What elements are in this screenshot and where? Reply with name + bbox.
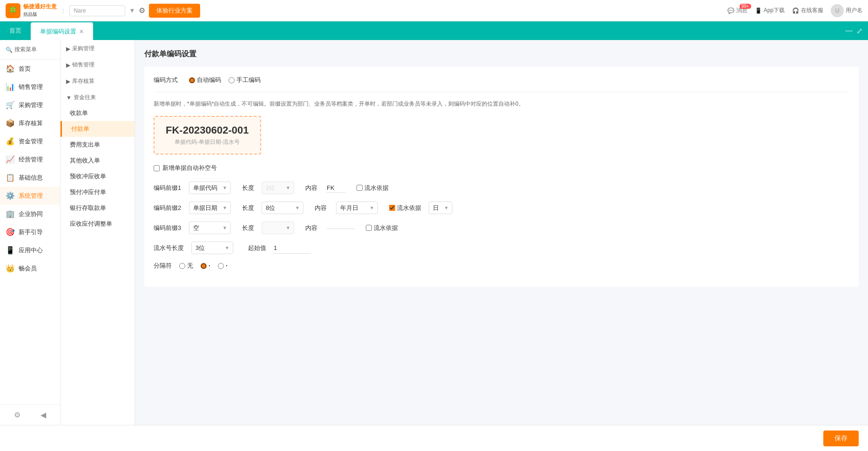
- sidebar-item-business[interactable]: 📈 经营管理: [0, 150, 60, 168]
- base-icon: 📋: [6, 173, 15, 182]
- save-button[interactable]: 保存: [823, 431, 859, 446]
- sidebar-item-purchase[interactable]: 🛒 采购管理: [0, 96, 60, 114]
- sidebar-item-member[interactable]: 👑 畅会员: [0, 259, 60, 277]
- watermark3-checkbox-label[interactable]: 流水依据: [366, 224, 398, 232]
- sub-group-purchase-toggle[interactable]: ▶ 采购管理: [61, 40, 135, 56]
- guide-icon: 🎯: [6, 228, 15, 236]
- user-item[interactable]: U 用户名: [831, 4, 862, 17]
- sidebar-item-guide[interactable]: 🎯 新手引导: [0, 223, 60, 241]
- serial-length-select[interactable]: 3位 4位 5位 6位: [191, 242, 233, 254]
- prefix2-select[interactable]: 单据日期: [189, 202, 231, 214]
- separator-label: 分隔符: [154, 262, 172, 270]
- serial-start-label: 起始值: [248, 244, 266, 252]
- auto-encode-radio[interactable]: [189, 77, 195, 83]
- prefix1-select[interactable]: 单据代码: [189, 182, 231, 194]
- main-card: 编码方式 自动编码 手工编码 新增单据时，*单据编码*自动生成，不可编辑。前缀设…: [144, 67, 859, 287]
- encoding-method-label: 编码方式: [154, 76, 178, 84]
- sidebar-item-sales[interactable]: 📊 销售管理: [0, 78, 60, 96]
- sep-dot2-option[interactable]: ·: [218, 262, 228, 269]
- sidebar-item-home[interactable]: 🏠 首页: [0, 60, 60, 78]
- sidebar-item-base[interactable]: 📋 基础信息: [0, 168, 60, 187]
- sub-item-payment[interactable]: 付款单: [61, 121, 135, 137]
- sep-dot1-option[interactable]: ·: [201, 262, 210, 269]
- length2-label: 长度: [242, 204, 254, 212]
- day-select[interactable]: 日 月 年: [429, 202, 452, 214]
- topbar-divider: |: [62, 7, 64, 14]
- settings-footer-button[interactable]: ⚙: [12, 409, 22, 421]
- business-icon: 📈: [6, 155, 15, 164]
- sep-none-option[interactable]: 无: [179, 262, 193, 270]
- manual-encode-option[interactable]: 手工编码: [229, 76, 261, 84]
- sub-item-prepay-ap[interactable]: 预付冲应付单: [61, 184, 135, 200]
- navtabs: 首页 单据编码设置 ✕ — ⤢: [0, 21, 868, 40]
- sub-group-sales-toggle[interactable]: ▶ 销售管理: [61, 56, 135, 73]
- watermark3-checkbox[interactable]: [366, 225, 372, 231]
- sep-none-radio[interactable]: [179, 263, 185, 269]
- collapse-sidebar-button[interactable]: ◀: [39, 409, 48, 421]
- service-item[interactable]: 🎧 在线客服: [792, 7, 823, 14]
- apps-icon: 📱: [6, 246, 15, 255]
- prefix3-select-wrapper: 空 ▼: [189, 222, 231, 234]
- length1-wrapper: 2位 ▼: [262, 182, 294, 194]
- length1-label: 长度: [242, 184, 254, 192]
- home-icon: 🏠: [6, 64, 15, 73]
- serial-length-label: 流水号长度: [154, 244, 184, 252]
- chevron-right-icon3: ▶: [66, 78, 70, 85]
- sub-item-receipt[interactable]: 收款单: [61, 105, 135, 121]
- sidebar-item-inventory[interactable]: 📦 库存核算: [0, 114, 60, 132]
- auto-pad-label[interactable]: 新增单据自动补空号: [162, 164, 217, 172]
- search-menu-button[interactable]: 🔍 搜索菜单: [4, 44, 56, 55]
- sidebar-item-corp[interactable]: 🏢 企业协同: [0, 205, 60, 223]
- encoding-method-row: 编码方式 自动编码 手工编码: [154, 76, 849, 92]
- tab-home[interactable]: 首页: [0, 21, 31, 40]
- info-text: 新增单据时，*单据编码*自动生成，不可编辑。前缀设置为部门、业务员等档案类，开单…: [154, 100, 849, 108]
- corp-icon: 🏢: [6, 209, 15, 218]
- sales-icon: 📊: [6, 82, 15, 91]
- sub-item-prepay-ar[interactable]: 预收冲应收单: [61, 168, 135, 184]
- encoding-radio-group: 自动编码 手工编码: [189, 76, 261, 84]
- sidebar-item-apps[interactable]: 📱 应用中心: [0, 241, 60, 259]
- length3-select: [262, 222, 294, 234]
- sub-item-bank[interactable]: 银行存取款单: [61, 200, 135, 216]
- maximize-icon[interactable]: ⤢: [856, 27, 862, 35]
- auto-encode-option[interactable]: 自动编码: [189, 76, 221, 84]
- auto-pad-checkbox[interactable]: [154, 165, 160, 171]
- gear-icon[interactable]: ⚙: [139, 6, 145, 15]
- manual-encode-radio[interactable]: [229, 77, 235, 83]
- message-item[interactable]: 💬 消息 99+: [727, 7, 747, 14]
- prefix3-select[interactable]: 空: [189, 222, 231, 234]
- watermark1-checkbox-label[interactable]: 流水依据: [357, 184, 389, 192]
- prefix1-select-wrapper: 单据代码 ▼: [189, 182, 231, 194]
- content1-label: 内容: [305, 184, 317, 192]
- sub-group-finance-toggle[interactable]: ▼ 资金往来: [61, 89, 135, 105]
- sidebar-item-system[interactable]: ⚙️ 系统管理: [0, 187, 60, 205]
- topbar-left: 🍀 畅捷通好生意 括品版 | ▼ ⚙ 体验行业方案: [6, 3, 200, 18]
- watermark1-checkbox[interactable]: [357, 185, 363, 191]
- serial-start-input[interactable]: 1: [274, 242, 311, 254]
- watermark2-checkbox[interactable]: [389, 205, 395, 211]
- download-item[interactable]: 📱 App下载: [755, 7, 785, 14]
- sep-dot2-radio[interactable]: [218, 263, 224, 269]
- minimize-icon[interactable]: —: [845, 27, 853, 35]
- cta-button[interactable]: 体验行业方案: [149, 4, 200, 18]
- sep-dot1-radio[interactable]: [201, 263, 207, 269]
- sub-group-inventory-toggle[interactable]: ▶ 库存核算: [61, 73, 135, 89]
- sub-sidebar: ▶ 采购管理 ▶ 销售管理 ▶ 库存核算 ▼ 资金往来 收款单 付款单 费用支出…: [61, 40, 135, 425]
- sub-item-expense[interactable]: 费用支出单: [61, 137, 135, 153]
- tab-encoding-settings[interactable]: 单据编码设置 ✕: [31, 22, 93, 41]
- search-input[interactable]: [69, 5, 125, 16]
- tab-expand-controls: — ⤢: [845, 27, 868, 35]
- preview-box: FK-20230602-001 单据代码-单据日期-流水号: [154, 116, 261, 155]
- dropdown-arrow-icon[interactable]: ▼: [129, 7, 135, 14]
- sub-item-other-income[interactable]: 其他收入单: [61, 153, 135, 168]
- watermark2-checkbox-label[interactable]: 流水依据: [389, 204, 421, 212]
- member-icon: 👑: [6, 264, 15, 273]
- prefix-row-2: 编码前缀2 单据日期 ▼ 长度 8位 ▼ 内容 年月日: [154, 202, 849, 214]
- service-icon: 🎧: [792, 7, 799, 14]
- sub-item-ar-ap-adj[interactable]: 应收应付调整单: [61, 216, 135, 232]
- length2-wrapper: 8位 ▼: [262, 202, 303, 214]
- length2-select[interactable]: 8位: [262, 202, 303, 214]
- sidebar-item-finance[interactable]: 💰 资金管理: [0, 132, 60, 150]
- tab-close-icon[interactable]: ✕: [79, 28, 84, 35]
- content2-select[interactable]: 年月日 年月 年: [336, 202, 378, 214]
